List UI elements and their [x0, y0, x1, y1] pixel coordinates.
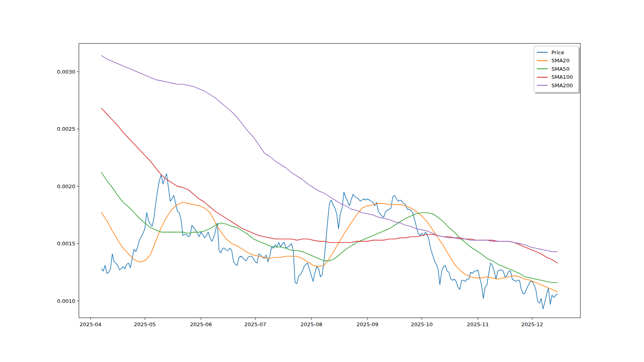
legend: Price SMA20 SMA50 SMA100 SMA200: [534, 46, 579, 93]
x-tick-label: 2025-05: [134, 321, 156, 327]
sma100-line-swatch: [537, 77, 548, 78]
x-tick-label: 2025-08: [300, 321, 322, 327]
x-tick-label: 2025-12: [521, 321, 543, 327]
legend-item-sma100: SMA100: [537, 73, 575, 82]
x-tick-label: 2025-04: [80, 321, 101, 327]
y-tick-label: 0.0020: [57, 183, 76, 189]
y-tick-label: 0.0025: [57, 126, 76, 132]
legend-label: SMA50: [551, 66, 570, 72]
legend-label: SMA20: [551, 58, 570, 63]
y-tick-label: 0.0015: [57, 241, 76, 247]
x-tick-label: 2025-10: [411, 321, 433, 327]
y-tick-label: 0.0010: [57, 298, 76, 304]
legend-item-price: Price: [537, 48, 575, 57]
sma50-line-swatch: [537, 68, 548, 69]
legend-label: SMA100: [551, 74, 573, 80]
y-axis-ticks: 0.00100.00150.00200.00250.0030: [57, 69, 79, 304]
price-line-swatch: [537, 52, 548, 53]
legend-item-sma20: SMA20: [537, 57, 575, 65]
sma20-line-swatch: [537, 60, 548, 61]
legend-label: Price: [551, 50, 564, 55]
legend-item-sma50: SMA50: [537, 65, 575, 73]
y-tick-label: 0.0030: [57, 69, 76, 75]
sma200-line-swatch: [537, 85, 548, 86]
figure: 2025-042025-052025-062025-072025-082025-…: [0, 0, 644, 362]
x-tick-label: 2025-11: [467, 321, 489, 327]
legend-item-sma200: SMA200: [537, 81, 575, 90]
x-axis-ticks: 2025-042025-052025-062025-072025-082025-…: [80, 318, 543, 327]
legend-label: SMA200: [551, 83, 573, 88]
x-tick-label: 2025-07: [244, 321, 266, 327]
x-tick-label: 2025-09: [357, 321, 378, 327]
x-tick-label: 2025-06: [190, 321, 212, 327]
